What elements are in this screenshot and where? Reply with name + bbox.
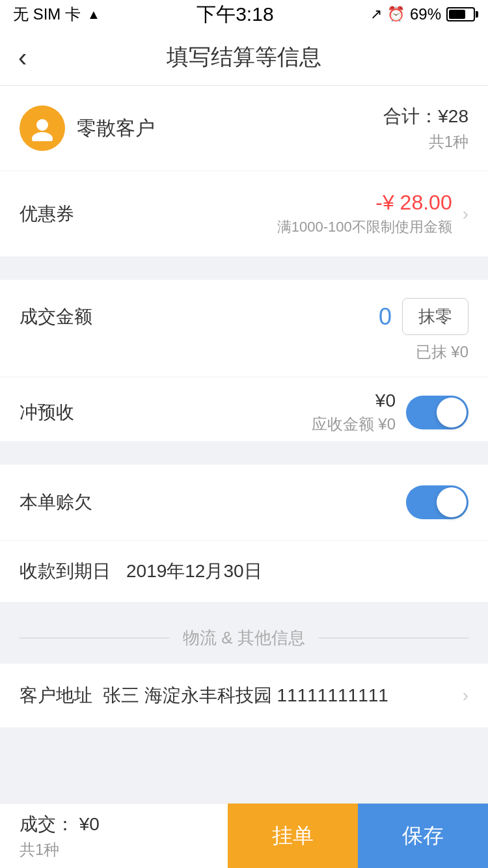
battery-icon <box>446 7 475 21</box>
wifi-icon: ▲ <box>87 7 100 22</box>
save-button[interactable]: 保存 <box>358 804 488 869</box>
address-section: 客户地址 张三 海淀永丰科技园 11111111111 › <box>0 664 488 727</box>
prepay-sub: 应收金额 ¥0 <box>312 414 396 435</box>
credit-row: 本单赊欠 <box>0 465 488 540</box>
customer-section: 零散客户 合计：¥28 共1种 优惠券 -¥ 28.00 满1000-100不限… <box>0 86 488 256</box>
content: 零散客户 合计：¥28 共1种 优惠券 -¥ 28.00 满1000-100不限… <box>0 86 488 816</box>
carrier-text: 无 SIM 卡 <box>13 4 81 25</box>
prepay-row: 冲预收 ¥0 应收金额 ¥0 <box>0 377 488 441</box>
due-date-row: 收款到期日 2019年12月30日 <box>0 540 488 602</box>
customer-row: 零散客户 合计：¥28 共1种 <box>0 86 488 170</box>
section-divider-1 <box>0 267 488 280</box>
svg-point-1 <box>32 132 53 141</box>
total-count: 共1种 <box>383 131 468 152</box>
bottom-trans-value: ¥0 <box>79 814 100 834</box>
location-icon: ↗ <box>370 6 382 23</box>
bottom-count: 共1种 <box>20 839 208 860</box>
address-label: 客户地址 <box>20 683 92 708</box>
pending-button[interactable]: 挂单 <box>228 804 358 869</box>
logistics-line-left <box>20 638 170 638</box>
address-row[interactable]: 客户地址 张三 海淀永丰科技园 11111111111 › <box>0 664 488 727</box>
address-chevron-icon: › <box>463 685 468 706</box>
coupon-discount: -¥ 28.00 <box>277 191 452 215</box>
logistics-line-right <box>318 638 468 638</box>
round-off-button[interactable]: 抹零 <box>402 298 468 335</box>
section-divider-2 <box>0 452 488 465</box>
amount-sub: 已抹 ¥0 <box>0 342 488 377</box>
coupon-label: 优惠券 <box>20 202 74 226</box>
prepay-value: ¥0 <box>312 390 396 411</box>
chevron-right-icon: › <box>463 204 468 224</box>
amount-label: 成交金额 <box>20 305 92 329</box>
amount-section: 成交金额 0 抹零 已抹 ¥0 冲预收 ¥0 应收金额 ¥0 <box>0 280 488 441</box>
prepay-label: 冲预收 <box>20 400 74 425</box>
time-display: 下午3:18 <box>197 1 273 28</box>
coupon-right: -¥ 28.00 满1000-100不限制使用金额 › <box>277 191 468 237</box>
bottom-trans-label: 成交： <box>20 814 74 834</box>
total-amount: 合计：¥28 <box>383 104 468 129</box>
coupon-desc: 满1000-100不限制使用金额 <box>277 217 452 237</box>
logistics-label: 物流 & 其他信息 <box>183 627 305 649</box>
bottom-transaction: 成交： ¥0 <box>20 812 208 837</box>
avatar <box>20 105 65 151</box>
credit-toggle[interactable] <box>406 485 468 519</box>
customer-name: 零散客户 <box>77 115 155 142</box>
nav-title: 填写结算等信息 <box>167 42 321 72</box>
back-button[interactable]: ‹ <box>18 44 27 70</box>
credit-toggle-knob <box>437 487 467 517</box>
alarm-icon: ⏰ <box>387 6 405 23</box>
prepay-toggle[interactable] <box>406 396 468 429</box>
amount-value: 0 <box>379 303 392 331</box>
toggle-knob <box>437 398 467 427</box>
status-bar: 无 SIM 卡 ▲ 下午3:18 ↗ ⏰ 69% <box>0 0 488 29</box>
coupon-row[interactable]: 优惠券 -¥ 28.00 满1000-100不限制使用金额 › <box>0 170 488 256</box>
logistics-header: 物流 & 其他信息 <box>0 612 488 664</box>
due-date-value: 2019年12月30日 <box>126 559 262 584</box>
credit-label: 本单赊欠 <box>20 490 92 515</box>
bottom-bar: 成交： ¥0 共1种 挂单 保存 <box>0 803 488 868</box>
due-date-label: 收款到期日 <box>20 559 111 584</box>
amount-row: 成交金额 0 抹零 <box>0 280 488 342</box>
svg-point-0 <box>36 119 48 131</box>
customer-total: 合计：¥28 共1种 <box>383 104 468 152</box>
battery-percent: 69% <box>410 5 441 23</box>
bottom-info: 成交： ¥0 共1种 <box>0 812 228 860</box>
nav-bar: ‹ 填写结算等信息 <box>0 29 488 86</box>
credit-section: 本单赊欠 收款到期日 2019年12月30日 <box>0 465 488 602</box>
address-value: 张三 海淀永丰科技园 11111111111 <box>103 683 459 708</box>
